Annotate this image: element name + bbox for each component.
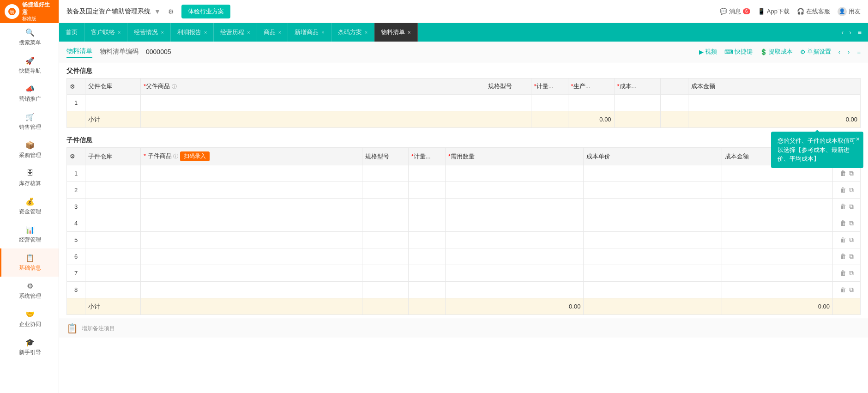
- tab-close-customer[interactable]: ×: [118, 30, 121, 35]
- sub-tab-bom-list[interactable]: 物料清单: [66, 45, 92, 58]
- message-btn[interactable]: 💬 消息 6: [720, 7, 750, 16]
- child-row-2-qty[interactable]: [445, 182, 584, 199]
- nav-prev-btn[interactable]: ‹: [838, 48, 840, 55]
- child-row-6-qty[interactable]: [445, 248, 584, 265]
- extract-cost-btn[interactable]: 💲提取成本: [760, 48, 793, 56]
- nav-tab-home[interactable]: 首页: [59, 23, 84, 42]
- copy-icon[interactable]: ⧉: [849, 169, 854, 177]
- child-row-8-qty[interactable]: [445, 282, 584, 298]
- child-row-4-warehouse[interactable]: [85, 215, 141, 232]
- tab-close-barcode[interactable]: ×: [365, 30, 368, 35]
- nav-tab-barcode[interactable]: 条码方案×: [332, 23, 374, 42]
- child-row-5-unit[interactable]: [408, 232, 445, 248]
- child-row-7-unit-cost[interactable]: [584, 265, 722, 282]
- shortcut-btn[interactable]: ⌨快捷键: [724, 48, 753, 56]
- child-row-3-unit[interactable]: [408, 199, 445, 215]
- sidebar-item-quicknav[interactable]: 🚀快捷导航: [0, 51, 59, 79]
- child-row-2-product[interactable]: [141, 182, 362, 199]
- tab-close-profit[interactable]: ×: [204, 30, 207, 35]
- sidebar-item-system[interactable]: ⚙系统管理: [0, 277, 59, 305]
- child-row-6-unit[interactable]: [408, 248, 445, 265]
- child-row-8-warehouse[interactable]: [85, 282, 141, 298]
- child-row-7-spec[interactable]: [362, 265, 408, 282]
- delete-icon[interactable]: 🗑: [840, 253, 846, 260]
- tab-close-bom[interactable]: ×: [408, 30, 410, 35]
- tab-close-goods[interactable]: ×: [278, 30, 281, 35]
- child-row-1-product[interactable]: [141, 165, 362, 182]
- nav-tab-bom[interactable]: 物料清单×: [374, 23, 417, 42]
- tooltip-close-btn[interactable]: ×: [856, 134, 860, 144]
- video-btn[interactable]: ▶视频: [699, 48, 717, 56]
- child-row-6-unit-cost[interactable]: [584, 248, 722, 265]
- add-note-label[interactable]: 增加备注项目: [82, 325, 115, 333]
- sidebar-item-operation[interactable]: 📊经营管理: [0, 220, 59, 248]
- child-row-3-warehouse[interactable]: [85, 199, 141, 215]
- copy-icon[interactable]: ⧉: [849, 203, 854, 211]
- child-row-7-warehouse[interactable]: [85, 265, 141, 282]
- child-row-7-product[interactable]: [141, 265, 362, 282]
- copy-icon[interactable]: ⧉: [849, 219, 854, 227]
- delete-icon[interactable]: 🗑: [840, 186, 846, 194]
- child-row-8-unit-cost[interactable]: [584, 282, 722, 298]
- add-note-icon[interactable]: 📋: [66, 323, 78, 334]
- child-row-6-warehouse[interactable]: [85, 248, 141, 265]
- sidebar-item-inventory[interactable]: 🗄库存核算: [0, 164, 59, 192]
- delete-icon[interactable]: 🗑: [840, 286, 846, 294]
- parent-row-1-production[interactable]: [568, 95, 614, 111]
- th-parent-settings[interactable]: ⚙: [67, 79, 85, 95]
- child-row-5-qty[interactable]: [445, 232, 584, 248]
- copy-icon[interactable]: ⧉: [849, 236, 854, 244]
- child-row-4-unit-cost[interactable]: [584, 215, 722, 232]
- sidebar-item-collab[interactable]: 🤝企业协同: [0, 305, 59, 333]
- child-row-3-product[interactable]: [141, 199, 362, 215]
- child-row-8-product[interactable]: [141, 282, 362, 298]
- nav-tab-profit[interactable]: 利润报告×: [171, 23, 214, 42]
- delete-icon[interactable]: 🗑: [840, 219, 846, 227]
- child-row-3-unit-cost[interactable]: [584, 199, 722, 215]
- child-row-6-spec[interactable]: [362, 248, 408, 265]
- sidebar-item-basic[interactable]: 📋基础信息: [0, 248, 59, 277]
- sidebar-item-finance[interactable]: 💰资金管理: [0, 192, 59, 220]
- child-row-7-unit[interactable]: [408, 265, 445, 282]
- delete-icon[interactable]: 🗑: [840, 169, 846, 177]
- nav-tab-goods[interactable]: 商品×: [257, 23, 288, 42]
- child-row-4-product[interactable]: [141, 215, 362, 232]
- copy-icon[interactable]: ⧉: [849, 286, 854, 294]
- delete-icon[interactable]: 🗑: [840, 203, 846, 211]
- child-row-3-spec[interactable]: [362, 199, 408, 215]
- nav-tab-operation[interactable]: 经营情况×: [127, 23, 170, 42]
- child-row-6-product[interactable]: [141, 248, 362, 265]
- single-setting-btn[interactable]: ⚙单据设置: [800, 48, 831, 56]
- child-row-1-qty[interactable]: [445, 165, 584, 182]
- child-row-3-qty[interactable]: [445, 199, 584, 215]
- th-child-settings[interactable]: ⚙: [67, 148, 85, 165]
- child-row-4-unit[interactable]: [408, 215, 445, 232]
- copy-icon[interactable]: ⧉: [849, 186, 854, 194]
- experience-btn[interactable]: 体验行业方案: [181, 5, 230, 18]
- sidebar-item-guide[interactable]: 🎓新手引导: [0, 333, 59, 361]
- child-row-7-qty[interactable]: [445, 265, 584, 282]
- tab-close-history[interactable]: ×: [247, 30, 250, 35]
- delete-icon[interactable]: 🗑: [840, 269, 846, 277]
- sidebar-item-search[interactable]: 🔍搜索菜单: [0, 23, 59, 51]
- user-btn[interactable]: 👤 用友: [838, 7, 861, 16]
- child-row-4-spec[interactable]: [362, 215, 408, 232]
- parent-row-1-product[interactable]: [141, 95, 485, 111]
- nav-tab-customer[interactable]: 客户联络×: [84, 23, 127, 42]
- child-row-5-unit-cost[interactable]: [584, 232, 722, 248]
- child-row-8-unit[interactable]: [408, 282, 445, 298]
- child-row-1-unit[interactable]: [408, 165, 445, 182]
- tab-close-operation[interactable]: ×: [161, 30, 163, 35]
- nav-next-btn[interactable]: ›: [848, 48, 850, 55]
- support-btn[interactable]: 🎧 在线客服: [797, 7, 830, 16]
- tabs-close-all-btn[interactable]: ≡: [855, 28, 864, 37]
- tabs-prev-arrow[interactable]: ‹: [839, 28, 845, 37]
- delete-icon[interactable]: 🗑: [840, 236, 846, 244]
- sidebar-item-purchase[interactable]: 📦采购管理: [0, 136, 59, 164]
- nav-tab-history[interactable]: 经营历程×: [214, 23, 257, 42]
- parent-row-1-cost[interactable]: [614, 95, 660, 111]
- child-row-5-spec[interactable]: [362, 232, 408, 248]
- header-dropdown-icon[interactable]: ▼: [154, 8, 161, 15]
- parent-row-1-warehouse[interactable]: [85, 95, 141, 111]
- child-row-1-warehouse[interactable]: [85, 165, 141, 182]
